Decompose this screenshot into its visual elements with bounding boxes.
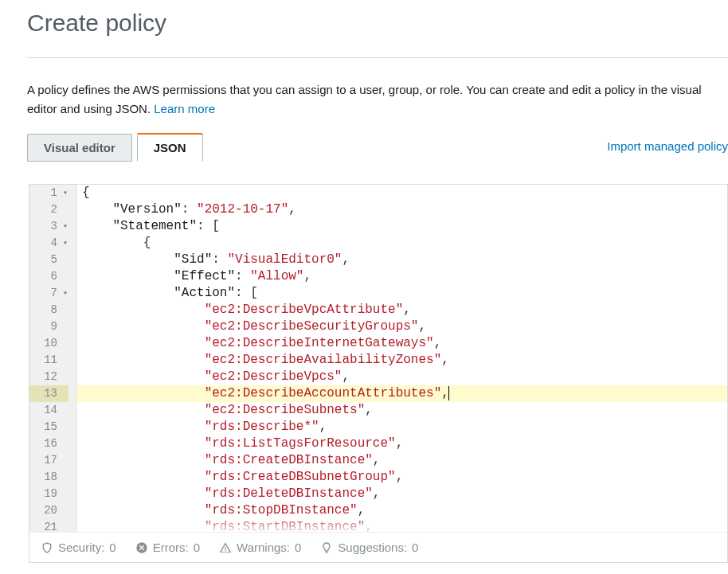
code-line[interactable]: "rds:StartDBInstance", [82,519,727,532]
line-number: 10 [29,335,68,352]
line-number: 11 [29,352,68,369]
line-number: 4 [29,235,68,252]
tab-json[interactable]: JSON [137,133,203,162]
shield-icon [41,541,53,554]
code-line[interactable]: "Effect": "Allow", [82,268,727,285]
status-warnings-count: 0 [295,541,301,554]
divider [27,57,728,58]
line-number: 7 [29,285,68,302]
text-cursor [448,386,449,400]
line-number: 19 [29,486,68,502]
code-line[interactable]: "Statement": [ [82,218,727,235]
import-managed-policy-link[interactable]: Import managed policy [607,139,728,153]
learn-more-link[interactable]: Learn more [154,102,215,115]
code-line[interactable]: "ec2:DescribeVpcs", [82,369,727,385]
line-number: 15 [29,419,68,435]
status-suggestions: Suggestions: 0 [320,541,418,554]
editor-code-area[interactable]: { "Version": "2012-10-17", "Statement": … [77,185,727,532]
policy-description: A policy defines the AWS permissions tha… [27,80,728,119]
error-icon [135,541,148,554]
json-editor[interactable]: 123456789101112131415161718192021 { "Ver… [29,184,728,563]
status-suggestions-count: 0 [412,541,418,554]
code-line[interactable]: { [82,185,727,201]
code-line[interactable]: "ec2:DescribeSecurityGroups", [82,318,727,335]
tab-row: Visual editor JSON Import managed policy [27,133,728,162]
code-line[interactable]: "ec2:DescribeVpcAttribute", [82,302,727,318]
description-text: A policy defines the AWS permissions tha… [27,83,702,115]
line-number: 13 [29,385,68,402]
status-warnings-label: Warnings: [237,541,290,554]
code-line[interactable]: "rds:CreateDBInstance", [82,452,727,469]
code-line[interactable]: "rds:Describe*", [82,419,727,435]
code-line[interactable]: "Action": [ [82,285,727,302]
code-line[interactable]: "rds:ListTagsForResource", [82,435,727,452]
status-security: Security: 0 [41,541,116,554]
line-number: 5 [29,252,68,268]
editor-status-bar: Security: 0 Errors: 0 Warnings: 0 Sugges… [29,532,727,562]
status-errors: Errors: 0 [135,541,200,554]
line-number: 1 [29,185,68,201]
page-title: Create policy [27,10,728,37]
line-number: 12 [29,369,68,385]
code-line[interactable]: "ec2:DescribeAvailabilityZones", [82,352,727,369]
code-line[interactable]: "ec2:DescribeInternetGateways", [82,335,727,352]
status-warnings: Warnings: 0 [219,541,301,554]
code-line[interactable]: { [82,235,727,252]
line-number: 3 [29,218,68,235]
tab-visual-editor[interactable]: Visual editor [27,134,132,162]
code-line[interactable]: "rds:CreateDBSubnetGroup", [82,469,727,486]
status-suggestions-label: Suggestions: [338,541,407,554]
code-line[interactable]: "rds:DeleteDBInstance", [82,486,727,502]
code-line[interactable]: "ec2:DescribeAccountAttributes", [77,385,727,402]
status-security-label: Security: [58,541,104,554]
line-number: 20 [29,502,68,519]
line-number: 9 [29,318,68,335]
status-errors-label: Errors: [153,541,189,554]
editor-gutter: 123456789101112131415161718192021 [29,185,77,532]
code-line[interactable]: "rds:StopDBInstance", [82,502,727,519]
code-line[interactable]: "ec2:DescribeSubnets", [82,402,727,419]
line-number: 14 [29,402,68,419]
line-number: 18 [29,469,68,486]
warning-icon [219,541,232,554]
code-line[interactable]: "Sid": "VisualEditor0", [82,252,727,268]
line-number: 2 [29,201,68,218]
status-security-count: 0 [109,541,115,554]
code-line[interactable]: "Version": "2012-10-17", [82,201,727,218]
status-errors-count: 0 [194,541,200,554]
line-number: 8 [29,302,68,318]
line-number: 17 [29,452,68,469]
line-number: 6 [29,268,68,285]
bulb-icon [320,541,333,554]
line-number: 21 [29,519,68,532]
line-number: 16 [29,435,68,452]
